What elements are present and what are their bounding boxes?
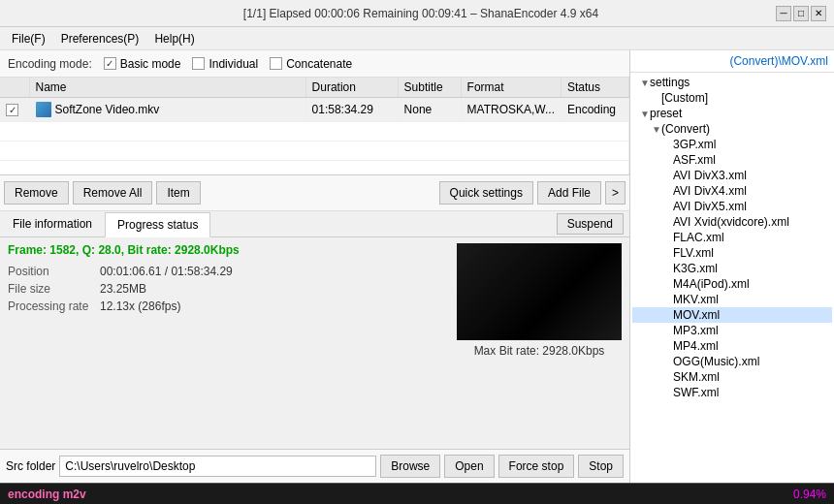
status-percent: 0.94% <box>793 488 826 501</box>
tree-item-asf[interactable]: ASF.xml <box>632 152 832 168</box>
file-list-area[interactable]: Name Duration Subtitle Format Status ✓ <box>0 78 629 174</box>
tree-item-label: AVI DivX3.xml <box>673 169 747 182</box>
tree-item-swf[interactable]: SWF.xml <box>632 385 832 400</box>
row-subtitle: None <box>398 98 461 122</box>
row-format: MATROSKA,W... <box>461 98 561 122</box>
window-controls[interactable]: ─ □ ✕ <box>776 6 826 21</box>
tree-item-label: FLAC.xml <box>673 231 724 244</box>
col-format: Format <box>461 78 561 98</box>
info-row-processing: Processing rate 12.13x (286fps) <box>8 299 445 313</box>
title-text: [1/1] Elapsed 00:00:06 Remaining 00:09:4… <box>66 7 776 20</box>
tree-item-label: ASF.xml <box>673 153 716 167</box>
concatenate-mode-checkbox[interactable] <box>270 57 282 70</box>
tree-item-avidivx3[interactable]: AVI DivX3.xml <box>632 168 832 183</box>
suspend-button[interactable]: Suspend <box>557 213 624 235</box>
encoding-mode-bar: Encoding mode: ✓ Basic mode Individual C… <box>0 50 629 78</box>
row-checked-icon[interactable]: ✓ <box>6 104 18 116</box>
tree-item-preset[interactable]: ▼preset <box>632 106 832 121</box>
video-preview-content <box>457 243 622 340</box>
basic-mode-option[interactable]: ✓ Basic mode <box>104 57 181 71</box>
tree-item-flv[interactable]: FLV.xml <box>632 245 832 261</box>
file-icon <box>36 102 51 117</box>
tree-arrow-icon: ▼ <box>640 78 650 88</box>
info-panel: Frame: 1582, Q: 28.0, Bit rate: 2928.0Kb… <box>0 237 629 449</box>
col-subtitle: Subtitle <box>398 78 461 98</box>
col-name: Name <box>29 78 305 98</box>
tree-arrow-icon: ▼ <box>640 109 650 119</box>
minimize-button[interactable]: ─ <box>776 6 791 21</box>
tree-item-label: FLV.xml <box>673 246 714 260</box>
tree-item-avidivx4[interactable]: AVI DivX4.xml <box>632 183 832 199</box>
preset-header: (Convert)\MOV.xml <box>630 50 834 73</box>
individual-mode-option[interactable]: Individual <box>192 57 258 71</box>
empty-row <box>0 122 629 142</box>
processing-value: 12.13x (286fps) <box>100 299 180 313</box>
left-panel: Encoding mode: ✓ Basic mode Individual C… <box>0 50 630 483</box>
table-row[interactable]: ✓ SoftZone Video.mkv 01:58:34.29 None <box>0 98 629 122</box>
open-button[interactable]: Open <box>444 455 494 478</box>
remove-all-button[interactable]: Remove All <box>73 181 153 205</box>
stop-button[interactable]: Stop <box>578 455 624 478</box>
tree-item-label: SWF.xml <box>673 386 719 399</box>
tree-item-flac[interactable]: FLAC.xml <box>632 230 832 245</box>
menu-file[interactable]: File(F) <box>4 30 53 47</box>
concatenate-mode-option[interactable]: Concatenate <box>270 57 352 71</box>
tree-item-skm[interactable]: SKM.xml <box>632 369 832 385</box>
menu-help[interactable]: Help(H) <box>146 30 202 47</box>
row-status: Encoding <box>561 98 629 122</box>
concatenate-mode-label: Concatenate <box>286 57 352 71</box>
tab-file-info[interactable]: File information <box>0 211 105 236</box>
preset-path: (Convert)\MOV.xml <box>729 54 828 68</box>
more-button[interactable]: > <box>605 181 626 205</box>
file-table-container: Name Duration Subtitle Format Status ✓ <box>0 78 629 175</box>
tree-item-label: OGG(Music).xml <box>673 355 759 368</box>
tree-item-mov[interactable]: MOV.xml <box>632 307 832 323</box>
status-bar: encoding m2v 0.94% <box>0 483 834 504</box>
tree-item-label: 3GP.xml <box>673 138 716 151</box>
quick-settings-button[interactable]: Quick settings <box>439 181 533 205</box>
tree-item-custom[interactable]: [Custom] <box>632 90 832 106</box>
tree-item-avidivx5[interactable]: AVI DivX5.xml <box>632 199 832 214</box>
tree-item-3gp[interactable]: 3GP.xml <box>632 137 832 152</box>
basic-mode-checkbox[interactable]: ✓ <box>104 57 116 70</box>
col-status: Status <box>561 78 629 98</box>
browse-button[interactable]: Browse <box>380 455 440 478</box>
tab-progress-status[interactable]: Progress status <box>105 212 210 237</box>
tree-item-mp3[interactable]: MP3.xml <box>632 323 832 338</box>
tree-item-m4a[interactable]: M4A(iPod).xml <box>632 276 832 292</box>
info-right: Max Bit rate: 2928.0Kbps <box>457 243 622 443</box>
tree-item-settings[interactable]: ▼settings <box>632 75 832 90</box>
tree-item-k3g[interactable]: K3G.xml <box>632 261 832 276</box>
tree-container[interactable]: ▼settings[Custom]▼preset▼(Convert)3GP.xm… <box>630 73 834 483</box>
empty-row <box>0 142 629 161</box>
frame-info: Frame: 1582, Q: 28.0, Bit rate: 2928.0Kb… <box>8 243 445 257</box>
tree-item-label: MKV.xml <box>673 293 719 306</box>
force-stop-button[interactable]: Force stop <box>498 455 575 478</box>
tree-item-ogg[interactable]: OGG(Music).xml <box>632 354 832 369</box>
add-file-button[interactable]: Add File <box>537 181 601 205</box>
row-checkbox[interactable]: ✓ <box>0 98 29 122</box>
path-input[interactable] <box>59 456 376 477</box>
item-button[interactable]: Item <box>156 181 200 205</box>
tree-item-label: M4A(iPod).xml <box>673 277 750 291</box>
maximize-button[interactable]: □ <box>793 6 809 21</box>
info-row-position: Position 00:01:06.61 / 01:58:34.29 <box>8 265 445 278</box>
tree-item-label: K3G.xml <box>673 262 718 275</box>
position-value: 00:01:06.61 / 01:58:34.29 <box>100 265 233 278</box>
tree-item-mp4[interactable]: MP4.xml <box>632 338 832 354</box>
menu-preferences[interactable]: Preferences(P) <box>53 30 147 47</box>
close-button[interactable]: ✕ <box>811 6 826 21</box>
remove-button[interactable]: Remove <box>4 181 69 205</box>
info-row-filesize: File size 23.25MB <box>8 282 445 296</box>
max-bitrate: Max Bit rate: 2928.0Kbps <box>474 344 605 358</box>
tree-item-avixvid[interactable]: AVI Xvid(xvidcore).xml <box>632 214 832 230</box>
individual-mode-checkbox[interactable] <box>192 57 205 70</box>
tree-item-label: MP4.xml <box>673 339 719 353</box>
info-left: Frame: 1582, Q: 28.0, Bit rate: 2928.0Kb… <box>8 243 445 443</box>
individual-mode-label: Individual <box>208 57 258 71</box>
right-panel: (Convert)\MOV.xml ▼settings[Custom]▼pres… <box>630 50 834 483</box>
bottom-bar: Src folder Browse Open Force stop Stop <box>0 449 629 483</box>
tree-arrow-icon: ▼ <box>652 124 661 135</box>
tree-item-convert[interactable]: ▼(Convert) <box>632 121 832 137</box>
tree-item-mkv[interactable]: MKV.xml <box>632 292 832 307</box>
